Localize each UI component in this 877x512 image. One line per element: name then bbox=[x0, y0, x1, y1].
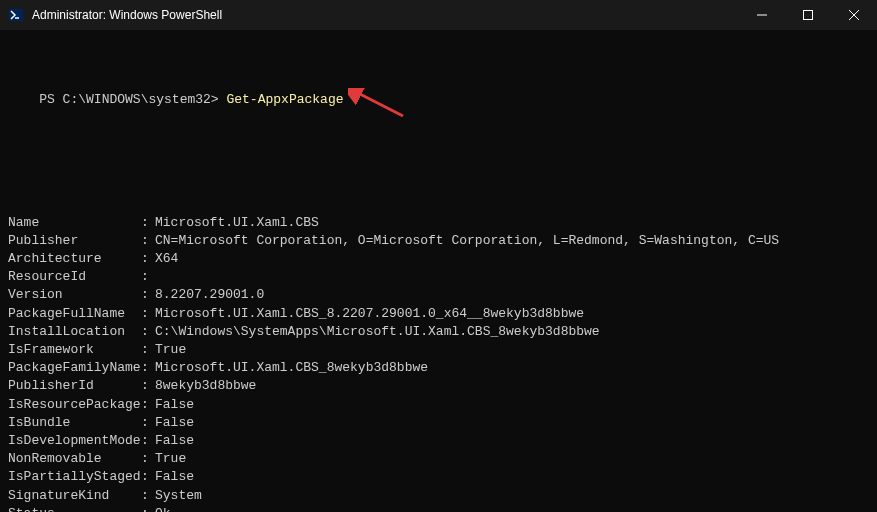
property-key: IsBundle bbox=[8, 414, 141, 432]
property-value: Microsoft.UI.Xaml.CBS_8.2207.29001.0_x64… bbox=[155, 305, 869, 323]
annotation-arrow-icon bbox=[348, 88, 408, 118]
svg-rect-3 bbox=[804, 11, 813, 20]
property-key: Architecture bbox=[8, 250, 141, 268]
output-line: IsBundle: False bbox=[8, 414, 869, 432]
output-line: IsPartiallyStaged: False bbox=[8, 468, 869, 486]
property-value: C:\Windows\SystemApps\Microsoft.UI.Xaml.… bbox=[155, 323, 869, 341]
prompt-line: PS C:\WINDOWS\system32> Get-AppxPackage bbox=[8, 72, 869, 145]
property-sep: : bbox=[141, 487, 155, 505]
property-value: False bbox=[155, 414, 869, 432]
property-value: True bbox=[155, 450, 869, 468]
property-key: IsDevelopmentMode bbox=[8, 432, 141, 450]
powershell-icon bbox=[8, 7, 24, 23]
property-value: X64 bbox=[155, 250, 869, 268]
output-line: IsDevelopmentMode: False bbox=[8, 432, 869, 450]
output-line: IsFramework: True bbox=[8, 341, 869, 359]
window-title: Administrator: Windows PowerShell bbox=[32, 8, 222, 22]
output-line: NonRemovable: True bbox=[8, 450, 869, 468]
property-sep: : bbox=[141, 359, 155, 377]
property-value: CN=Microsoft Corporation, O=Microsoft Co… bbox=[155, 232, 869, 250]
output-line: Architecture: X64 bbox=[8, 250, 869, 268]
property-sep: : bbox=[141, 268, 155, 286]
property-key: Publisher bbox=[8, 232, 141, 250]
property-key: IsFramework bbox=[8, 341, 141, 359]
minimize-button[interactable] bbox=[739, 0, 785, 30]
output-line: PackageFamilyName: Microsoft.UI.Xaml.CBS… bbox=[8, 359, 869, 377]
property-value: False bbox=[155, 468, 869, 486]
prompt-command: Get-AppxPackage bbox=[226, 92, 343, 107]
output-line: Name: Microsoft.UI.Xaml.CBS bbox=[8, 214, 869, 232]
property-value: 8.2207.29001.0 bbox=[155, 286, 869, 304]
property-key: SignatureKind bbox=[8, 487, 141, 505]
output-line: InstallLocation: C:\Windows\SystemApps\M… bbox=[8, 323, 869, 341]
output-line: Publisher: CN=Microsoft Corporation, O=M… bbox=[8, 232, 869, 250]
property-key: IsResourcePackage bbox=[8, 396, 141, 414]
property-sep: : bbox=[141, 214, 155, 232]
package-output-block: Name: Microsoft.UI.Xaml.CBSPublisher: CN… bbox=[8, 214, 869, 512]
terminal-content[interactable]: PS C:\WINDOWS\system32> Get-AppxPackage … bbox=[0, 30, 877, 512]
output-line: PublisherId: 8wekyb3d8bbwe bbox=[8, 377, 869, 395]
property-key: Version bbox=[8, 286, 141, 304]
output-line: PackageFullName: Microsoft.UI.Xaml.CBS_8… bbox=[8, 305, 869, 323]
output-line: Status: Ok bbox=[8, 505, 869, 512]
close-button[interactable] bbox=[831, 0, 877, 30]
property-sep: : bbox=[141, 377, 155, 395]
property-key: PublisherId bbox=[8, 377, 141, 395]
property-sep: : bbox=[141, 450, 155, 468]
property-sep: : bbox=[141, 305, 155, 323]
output-line: SignatureKind: System bbox=[8, 487, 869, 505]
titlebar-left: Administrator: Windows PowerShell bbox=[8, 7, 222, 23]
svg-line-7 bbox=[356, 92, 403, 116]
output-line: IsResourcePackage: False bbox=[8, 396, 869, 414]
property-key: PackageFamilyName bbox=[8, 359, 141, 377]
property-sep: : bbox=[141, 505, 155, 512]
property-value: Ok bbox=[155, 505, 869, 512]
property-key: InstallLocation bbox=[8, 323, 141, 341]
property-value: True bbox=[155, 341, 869, 359]
property-value: False bbox=[155, 432, 869, 450]
property-sep: : bbox=[141, 232, 155, 250]
property-value: Microsoft.UI.Xaml.CBS_8wekyb3d8bbwe bbox=[155, 359, 869, 377]
property-value: System bbox=[155, 487, 869, 505]
prompt-prefix: PS C:\WINDOWS\system32> bbox=[39, 92, 218, 107]
output-line: Version: 8.2207.29001.0 bbox=[8, 286, 869, 304]
property-sep: : bbox=[141, 414, 155, 432]
window-titlebar: Administrator: Windows PowerShell bbox=[0, 0, 877, 30]
property-key: NonRemovable bbox=[8, 450, 141, 468]
property-value: Microsoft.UI.Xaml.CBS bbox=[155, 214, 869, 232]
output-line: ResourceId: bbox=[8, 268, 869, 286]
property-value bbox=[155, 268, 869, 286]
maximize-button[interactable] bbox=[785, 0, 831, 30]
property-sep: : bbox=[141, 396, 155, 414]
property-sep: : bbox=[141, 250, 155, 268]
property-sep: : bbox=[141, 323, 155, 341]
property-key: ResourceId bbox=[8, 268, 141, 286]
property-sep: : bbox=[141, 286, 155, 304]
property-value: False bbox=[155, 396, 869, 414]
property-key: IsPartiallyStaged bbox=[8, 468, 141, 486]
property-sep: : bbox=[141, 468, 155, 486]
property-key: Status bbox=[8, 505, 141, 512]
property-key: Name bbox=[8, 214, 141, 232]
property-sep: : bbox=[141, 432, 155, 450]
property-key: PackageFullName bbox=[8, 305, 141, 323]
property-value: 8wekyb3d8bbwe bbox=[155, 377, 869, 395]
property-sep: : bbox=[141, 341, 155, 359]
titlebar-controls bbox=[739, 0, 877, 30]
